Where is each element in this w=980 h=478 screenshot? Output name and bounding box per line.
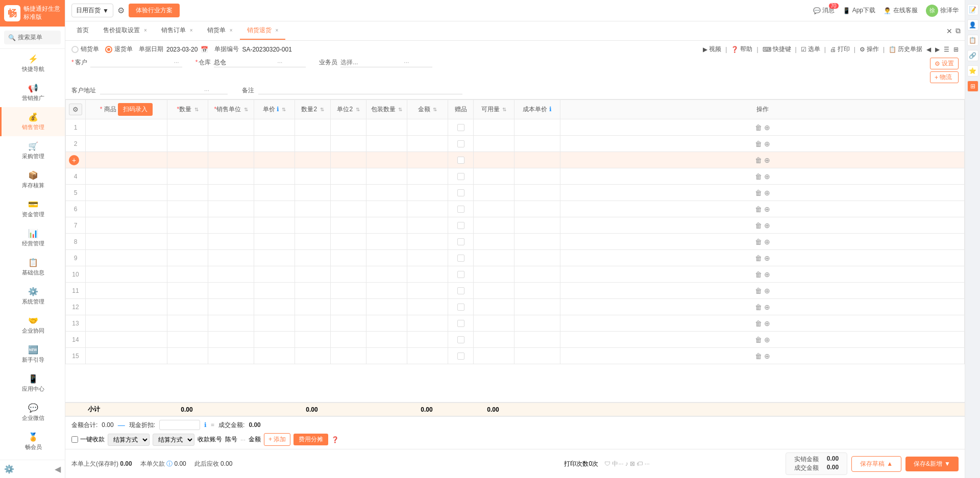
pack-qty-cell[interactable] xyxy=(366,152,407,168)
delete-row-btn[interactable]: 🗑 xyxy=(755,254,762,262)
gift-checkbox[interactable] xyxy=(457,140,464,147)
calc-method-select[interactable]: 结算方式 xyxy=(153,434,194,446)
amount-cell[interactable] xyxy=(407,201,448,217)
qty-cell[interactable] xyxy=(167,168,208,185)
amount-cell[interactable] xyxy=(407,348,448,364)
customer-dots[interactable]: ··· xyxy=(174,59,179,66)
unit-price-cell[interactable] xyxy=(254,152,295,168)
sidebar-item-system[interactable]: ⚙️ 系统管理 xyxy=(0,282,65,311)
tab-price-settings[interactable]: 售价提取设置 × xyxy=(96,22,154,40)
product-cell[interactable] xyxy=(86,250,167,266)
delete-row-btn[interactable]: 🗑 xyxy=(755,270,762,279)
copy-row-btn[interactable]: ⊕ xyxy=(764,123,770,132)
unit-price-cell[interactable] xyxy=(254,332,295,348)
tab-close-sales-order[interactable]: × xyxy=(190,28,193,33)
gift-checkbox[interactable] xyxy=(457,320,464,327)
available-sort-icon[interactable]: ⇅ xyxy=(502,107,506,112)
delete-row-btn[interactable]: 🗑 xyxy=(755,336,762,344)
copy-row-btn[interactable]: ⊕ xyxy=(764,303,770,311)
delete-row-btn[interactable]: 🗑 xyxy=(755,123,762,132)
pack-qty-cell[interactable] xyxy=(366,136,407,152)
settings-bottom-btn[interactable]: ⚙️ xyxy=(4,464,14,474)
unit2-cell[interactable] xyxy=(331,185,366,201)
available-cell[interactable] xyxy=(474,136,514,152)
tab-sales-return[interactable]: 销货退货 × xyxy=(240,22,286,40)
address-dots[interactable]: ··· xyxy=(204,87,209,94)
gift-checkbox[interactable] xyxy=(457,287,464,294)
qty-cell[interactable] xyxy=(167,152,208,168)
unit-price-cell[interactable] xyxy=(254,201,295,217)
cost-price-cell[interactable] xyxy=(514,348,560,364)
available-cell[interactable] xyxy=(474,201,514,217)
delete-row-btn[interactable]: 🗑 xyxy=(755,287,762,295)
unit-price-cell[interactable] xyxy=(254,250,295,266)
cost-price-cell[interactable] xyxy=(514,217,560,234)
available-cell[interactable] xyxy=(474,217,514,234)
experience-btn[interactable]: 体验行业方案 xyxy=(129,4,180,17)
copy-row-btn[interactable]: ⊕ xyxy=(764,238,770,246)
copy-row-btn[interactable]: ⊕ xyxy=(764,254,770,262)
gift-checkbox[interactable] xyxy=(457,255,464,262)
right-sidebar-btn-6[interactable]: ⊞ xyxy=(967,81,978,92)
sales-unit-cell[interactable] xyxy=(208,152,254,168)
sales-unit-cell[interactable] xyxy=(208,217,254,234)
pack-qty-cell[interactable] xyxy=(366,283,407,299)
operation-btn[interactable]: ⚙ 操作 xyxy=(860,45,879,54)
topbar-gear-icon[interactable]: ⚙ xyxy=(117,6,125,15)
amount-cell[interactable] xyxy=(407,234,448,250)
gift-cell[interactable] xyxy=(448,119,474,136)
salesman-dots[interactable]: ··· xyxy=(404,59,409,66)
app-download-btn[interactable]: 📱 App下载 xyxy=(843,6,875,15)
qty-cell[interactable] xyxy=(167,332,208,348)
product-cell[interactable] xyxy=(86,168,167,185)
sidebar-item-marketing[interactable]: 📢 营销推广 xyxy=(0,78,65,107)
sidebar-item-app-center[interactable]: 📱 应用中心 xyxy=(0,369,65,398)
sales-unit-sort-icon[interactable]: ⇅ xyxy=(244,107,248,112)
unit2-cell[interactable] xyxy=(331,250,366,266)
qty2-cell[interactable] xyxy=(295,217,331,234)
gift-cell[interactable] xyxy=(448,185,474,201)
unit2-cell[interactable] xyxy=(331,348,366,364)
tab-sales-order[interactable]: 销售订单 × xyxy=(154,22,200,40)
amount-cell[interactable] xyxy=(407,136,448,152)
gift-cell[interactable] xyxy=(448,136,474,152)
unit2-sort-icon[interactable]: ⇅ xyxy=(356,107,360,112)
gift-cell[interactable] xyxy=(448,217,474,234)
qty-cell[interactable] xyxy=(167,136,208,152)
qty-cell[interactable] xyxy=(167,119,208,136)
gift-cell[interactable] xyxy=(448,266,474,283)
sales-unit-cell[interactable] xyxy=(208,136,254,152)
copy-row-btn[interactable]: ⊕ xyxy=(764,270,770,279)
product-cell[interactable] xyxy=(86,217,167,234)
product-cell[interactable] xyxy=(86,283,167,299)
unit2-cell[interactable] xyxy=(331,299,366,315)
sidebar-search[interactable]: 🔍 搜索菜单 xyxy=(0,27,65,49)
unit2-cell[interactable] xyxy=(331,332,366,348)
prev-bill-btn[interactable]: ◀ xyxy=(926,46,931,53)
copy-row-btn[interactable]: ⊕ xyxy=(764,140,770,148)
sales-unit-cell[interactable] xyxy=(208,119,254,136)
available-cell[interactable] xyxy=(474,119,514,136)
fee-split-btn[interactable]: 费用分摊 xyxy=(293,434,328,445)
copy-row-btn[interactable]: ⊕ xyxy=(764,287,770,295)
qty2-cell[interactable] xyxy=(295,332,331,348)
customer-input[interactable] xyxy=(90,59,172,66)
salesman-input-wrapper[interactable]: ··· xyxy=(340,58,432,67)
unit-price-cell[interactable] xyxy=(254,299,295,315)
sidebar-item-basic-info[interactable]: 📋 基础信息 xyxy=(0,253,65,282)
available-cell[interactable] xyxy=(474,152,514,168)
single-owe-info[interactable]: ⓘ xyxy=(166,460,173,467)
unit2-cell[interactable] xyxy=(331,201,366,217)
product-cell[interactable] xyxy=(86,234,167,250)
qty2-cell[interactable] xyxy=(295,119,331,136)
right-sidebar-btn-4[interactable]: 🔗 xyxy=(967,50,978,61)
qty2-cell[interactable] xyxy=(295,136,331,152)
delete-row-btn[interactable]: 🗑 xyxy=(755,205,762,213)
qty-cell[interactable] xyxy=(167,201,208,217)
delete-row-btn[interactable]: 🗑 xyxy=(755,319,762,328)
gift-cell[interactable] xyxy=(448,348,474,364)
tab-sales[interactable]: 销货单 × xyxy=(200,22,240,40)
qty2-cell[interactable] xyxy=(295,168,331,185)
close-tab-btn[interactable]: ✕ xyxy=(946,27,952,35)
right-sidebar-btn-3[interactable]: 📋 xyxy=(967,35,978,46)
